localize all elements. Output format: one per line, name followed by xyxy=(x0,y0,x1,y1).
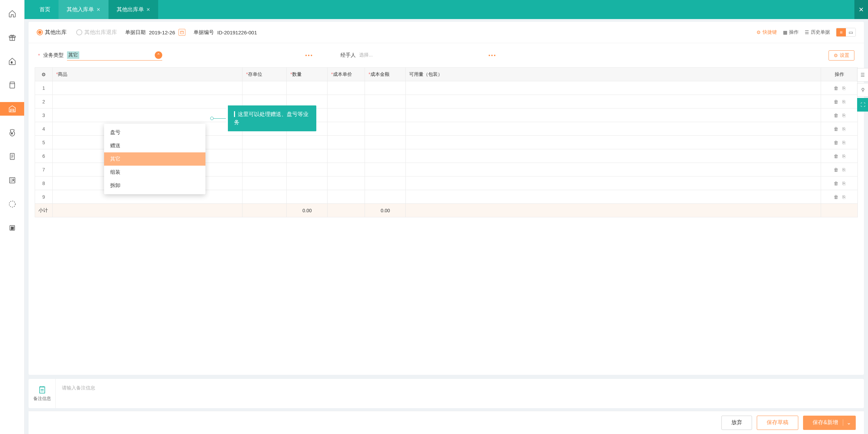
sidebar-item-contacts[interactable] xyxy=(0,173,24,187)
svg-rect-10 xyxy=(180,31,183,34)
page-header: 其他出库 其他出库退库 单据日期 2019-12-26 单据编号 ID-2019… xyxy=(29,22,864,43)
radio-other-out[interactable]: 其他出库 xyxy=(37,29,67,36)
sidebar-item-finance[interactable]: ¥ xyxy=(0,126,24,139)
sidebar-item-purchase[interactable] xyxy=(0,78,24,92)
close-icon[interactable]: × xyxy=(147,6,150,13)
svg-point-7 xyxy=(9,201,15,207)
sidebar-item-report[interactable] xyxy=(0,150,24,163)
calendar-icon[interactable] xyxy=(179,29,185,36)
remark-title: 备注信息 xyxy=(33,396,51,402)
tooltip-text: 这里可以处理赠送、盘亏等业务 xyxy=(234,111,308,125)
col-actions: 操作 xyxy=(821,68,858,81)
left-sidebar: $ ¥ 新 xyxy=(0,0,24,434)
radio-other-out-return[interactable]: 其他出库退库 xyxy=(76,29,117,36)
right-rail: ☰ ⚲ ⛶ xyxy=(857,68,868,112)
svg-rect-11 xyxy=(39,387,45,393)
col-qty: *数量 xyxy=(287,68,328,81)
close-icon[interactable]: × xyxy=(97,6,100,13)
copy-icon[interactable]: ⎘ xyxy=(842,99,845,104)
rail-expand-button[interactable]: ⛶ xyxy=(857,98,868,112)
doc-date-value[interactable]: 2019-12-26 xyxy=(149,30,175,35)
doc-no-field: 单据编号 ID-20191226-001 xyxy=(194,29,257,36)
list-icon: ☰ xyxy=(805,30,809,35)
tab-other-in[interactable]: 其他入库单× xyxy=(59,0,108,19)
delete-icon[interactable]: 🗑 xyxy=(834,194,838,200)
table-row[interactable]: 1🗑⎘ xyxy=(35,81,858,95)
gear-icon: ⚙ xyxy=(756,30,761,35)
tab-label: 其他入库单 xyxy=(67,6,94,13)
copy-icon[interactable]: ⎘ xyxy=(842,126,845,132)
sidebar-item-home[interactable] xyxy=(0,7,24,20)
table-footer: 小计 0.00 0.00 xyxy=(35,204,858,217)
delete-icon[interactable]: 🗑 xyxy=(834,167,838,172)
col-gear[interactable]: ⚙ xyxy=(35,68,53,81)
copy-icon[interactable]: ⎘ xyxy=(842,167,845,172)
col-label: 操作 xyxy=(835,71,844,77)
doc-date-field: 单据日期 2019-12-26 xyxy=(125,29,185,36)
view-card-button[interactable]: ▭ xyxy=(846,28,855,36)
tab-home[interactable]: 首页 xyxy=(31,0,59,19)
view-list-button[interactable]: ≡ xyxy=(836,28,846,36)
close-all-tabs-button[interactable]: × xyxy=(854,0,868,19)
col-avail: 可用量（包装） xyxy=(406,68,821,81)
radio-label: 其他出库退库 xyxy=(84,29,117,36)
action-label: 快捷键 xyxy=(763,29,777,35)
table-row[interactable]: 3🗑⎘ xyxy=(35,108,858,122)
rail-attach-button[interactable]: ⚲ xyxy=(857,83,868,97)
history-button[interactable]: ☰历史单据 xyxy=(805,29,830,35)
dropdown-item[interactable]: 组装 xyxy=(104,166,205,179)
sidebar-item-sync[interactable] xyxy=(0,197,24,211)
remark-input[interactable]: 请输入备注信息 xyxy=(56,379,864,408)
dropdown-item[interactable]: 盘亏 xyxy=(104,126,205,139)
page-footer: 放弃 保存草稿 保存&新增⌄ xyxy=(29,411,864,434)
shortcut-button[interactable]: ⚙快捷键 xyxy=(756,29,777,35)
delete-icon[interactable]: 🗑 xyxy=(834,85,838,91)
dropdown-item[interactable]: 赠送 xyxy=(104,139,205,152)
svg-text:$: $ xyxy=(11,61,13,64)
field-label: 单据编号 xyxy=(194,29,214,36)
delete-icon[interactable]: 🗑 xyxy=(834,181,838,186)
more-dots-button[interactable]: ••• xyxy=(305,53,313,58)
grid-icon: ▦ xyxy=(783,30,787,35)
dropdown-item[interactable]: 拆卸 xyxy=(104,179,205,192)
save-new-button[interactable]: 保存&新增⌄ xyxy=(803,416,856,430)
col-label: 存单位 xyxy=(248,71,262,77)
biz-type-select[interactable]: 其它 ⌃ xyxy=(67,50,162,61)
chevron-down-icon[interactable]: ⌄ xyxy=(843,419,851,426)
sidebar-item-warehouse[interactable] xyxy=(0,102,24,116)
biz-type-dropdown: 盘亏 赠送 其它 组装 拆卸 xyxy=(104,124,205,194)
discard-button[interactable]: 放弃 xyxy=(721,416,752,430)
col-label: 可用量（包装） xyxy=(409,71,443,77)
delete-icon[interactable]: 🗑 xyxy=(834,126,838,132)
copy-icon[interactable]: ⎘ xyxy=(842,85,845,91)
gear-icon: ⚙ xyxy=(834,53,838,58)
footer-label: 小计 xyxy=(35,204,53,217)
view-toggle: ≡ ▭ xyxy=(836,28,856,37)
dropdown-item[interactable]: 其它 xyxy=(104,152,205,166)
select-value: 其它 xyxy=(67,51,79,59)
more-dots-button[interactable]: ••• xyxy=(488,53,497,58)
sidebar-item-new[interactable]: 新 xyxy=(0,221,24,235)
save-draft-button[interactable]: 保存草稿 xyxy=(757,416,798,430)
note-icon xyxy=(38,385,47,394)
form-row: * 业务类型 其它 ⌃ ••• 经手人 选择... ••• ⚙设置 xyxy=(29,43,864,67)
delete-icon[interactable]: 🗑 xyxy=(834,140,838,145)
copy-icon[interactable]: ⎘ xyxy=(842,153,845,159)
radio-icon xyxy=(76,29,82,35)
delete-icon[interactable]: 🗑 xyxy=(834,99,838,104)
handler-select[interactable]: 选择... xyxy=(359,52,420,59)
tab-other-out[interactable]: 其他出库单× xyxy=(108,0,158,19)
sidebar-item-sales[interactable]: $ xyxy=(0,54,24,68)
copy-icon[interactable]: ⎘ xyxy=(842,181,845,186)
sidebar-item-gift[interactable] xyxy=(0,31,24,44)
button-label: 保存&新增 xyxy=(813,419,838,426)
table-row[interactable]: 2🗑⎘ xyxy=(35,95,858,108)
settings-button[interactable]: ⚙设置 xyxy=(829,50,854,61)
rail-notes-button[interactable]: ☰ xyxy=(857,68,868,82)
delete-icon[interactable]: 🗑 xyxy=(834,153,838,159)
copy-icon[interactable]: ⎘ xyxy=(842,140,845,145)
operate-button[interactable]: ▦操作 xyxy=(783,29,799,35)
copy-icon[interactable]: ⎘ xyxy=(842,194,845,200)
delete-icon[interactable]: 🗑 xyxy=(834,113,838,118)
copy-icon[interactable]: ⎘ xyxy=(842,113,845,118)
